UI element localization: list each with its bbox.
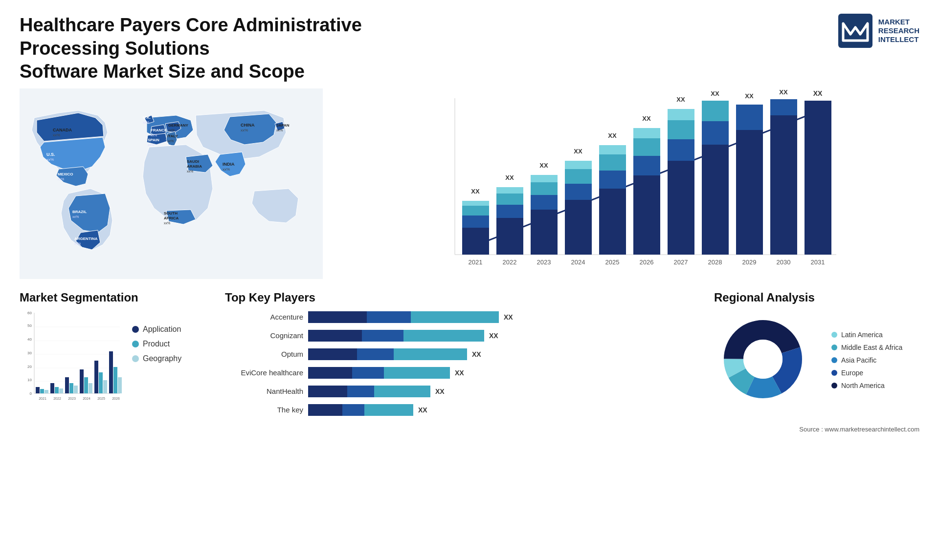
- player-name-nanthealth: NantHealth: [225, 387, 303, 395]
- svg-text:2026: 2026: [640, 258, 654, 266]
- svg-rect-63: [599, 189, 626, 255]
- segmentation-legend: Application Product Geography: [132, 310, 181, 363]
- svg-text:SOUTH: SOUTH: [164, 211, 178, 215]
- svg-rect-127: [94, 361, 98, 393]
- player-row-thekey: The key XX: [225, 403, 704, 417]
- reg-legend-mea: Middle East & Africa: [831, 344, 902, 351]
- svg-text:INDIA: INDIA: [223, 162, 235, 167]
- reg-legend-europe: Europe: [831, 369, 902, 377]
- svg-text:xx%: xx%: [46, 157, 54, 162]
- svg-rect-141: [403, 330, 484, 342]
- regional-section: Regional Analysis: [714, 291, 919, 422]
- svg-text:xx%: xx%: [72, 215, 79, 218]
- svg-text:xx%: xx%: [276, 129, 283, 132]
- svg-rect-124: [84, 377, 88, 393]
- key-players-title: Top Key Players: [225, 291, 704, 304]
- header: Healthcare Payers Core Administrative Pr…: [0, 0, 939, 88]
- svg-text:xx%: xx%: [53, 133, 60, 137]
- svg-rect-149: [384, 367, 450, 379]
- svg-text:2022: 2022: [53, 397, 61, 400]
- svg-text:2021: 2021: [39, 397, 46, 400]
- players-table: Accenture XX Cognizant: [225, 310, 704, 417]
- svg-rect-117: [59, 388, 63, 393]
- svg-rect-71: [633, 138, 660, 156]
- page-title: Healthcare Payers Core Administrative Pr…: [20, 14, 460, 84]
- svg-rect-86: [736, 130, 763, 255]
- player-bar-thekey: XX: [308, 403, 704, 417]
- top-content: CANADA xx% U.S. xx% MEXICO xx% BRAZIL xx…: [0, 88, 939, 281]
- logo: MARKET RESEARCH INTELLECT: [838, 14, 919, 48]
- svg-text:SPAIN: SPAIN: [148, 138, 159, 142]
- svg-text:XX: XX: [574, 148, 582, 155]
- player-row-accenture: Accenture XX: [225, 310, 704, 324]
- svg-text:ITALY: ITALY: [167, 134, 178, 138]
- svg-rect-129: [103, 380, 107, 393]
- svg-rect-139: [308, 330, 362, 342]
- legend-dot-geography: [132, 355, 139, 362]
- svg-rect-125: [89, 383, 92, 393]
- svg-point-165: [743, 340, 782, 379]
- svg-text:FRANCE: FRANCE: [151, 128, 167, 132]
- svg-rect-52: [531, 195, 558, 210]
- svg-text:2027: 2027: [674, 258, 688, 266]
- svg-rect-94: [805, 101, 831, 255]
- svg-text:xx%: xx%: [241, 128, 248, 132]
- svg-rect-112: [40, 389, 44, 393]
- svg-text:XX: XX: [418, 406, 427, 414]
- svg-text:XX: XX: [455, 369, 464, 377]
- svg-rect-42: [462, 201, 489, 206]
- svg-text:XX: XX: [505, 174, 514, 181]
- map-section: CANADA xx% U.S. xx% MEXICO xx% BRAZIL xx…: [20, 88, 333, 281]
- svg-rect-148: [352, 367, 384, 379]
- player-bar-nanthealth: XX: [308, 385, 704, 398]
- growth-bar-chart: XX 2021 XX 2022 XX 2023 XX 2024: [352, 88, 919, 279]
- svg-text:0: 0: [30, 391, 32, 396]
- svg-text:2029: 2029: [742, 258, 757, 266]
- reg-legend-north-america: North America: [831, 382, 902, 389]
- svg-text:MEXICO: MEXICO: [58, 172, 73, 176]
- reg-dot-latin-america: [831, 332, 837, 338]
- svg-rect-90: [770, 115, 797, 255]
- svg-text:40: 40: [27, 337, 32, 342]
- svg-rect-60: [565, 161, 592, 169]
- svg-text:ARABIA: ARABIA: [187, 164, 202, 169]
- regional-legend: Latin America Middle East & Africa Asia …: [831, 331, 902, 389]
- svg-rect-53: [531, 182, 558, 195]
- reg-dot-europe: [831, 370, 837, 376]
- svg-text:XX: XX: [504, 313, 513, 321]
- svg-rect-123: [80, 369, 84, 393]
- segmentation-section: Market Segmentation 0 10 20 30 40 50 60: [20, 291, 205, 422]
- reg-legend-asia-pacific: Asia Pacific: [831, 356, 902, 364]
- segmentation-title: Market Segmentation: [20, 291, 205, 304]
- svg-rect-113: [45, 390, 48, 393]
- svg-text:20: 20: [27, 365, 32, 369]
- svg-text:XX: XX: [489, 332, 498, 340]
- svg-text:xx%: xx%: [164, 221, 170, 225]
- legend-dot-application: [132, 326, 139, 333]
- svg-rect-46: [496, 205, 523, 218]
- svg-text:30: 30: [27, 351, 32, 355]
- svg-rect-54: [531, 175, 558, 182]
- svg-text:60: 60: [27, 311, 32, 315]
- svg-text:U.K.: U.K.: [143, 115, 151, 120]
- player-name-evicore: EviCore healthcare: [225, 368, 303, 377]
- player-row-cognizant: Cognizant XX: [225, 329, 704, 343]
- svg-text:CANADA: CANADA: [53, 128, 72, 132]
- svg-rect-72: [633, 128, 660, 138]
- player-row-optum: Optum XX: [225, 347, 704, 361]
- world-map: CANADA xx% U.S. xx% MEXICO xx% BRAZIL xx…: [20, 88, 323, 279]
- svg-text:XX: XX: [472, 350, 481, 358]
- donut-chart-container: [714, 310, 822, 410]
- svg-text:xx%: xx%: [58, 177, 64, 181]
- svg-rect-155: [308, 404, 342, 416]
- svg-rect-120: [69, 383, 73, 393]
- player-bar-cognizant: XX: [308, 329, 704, 343]
- svg-rect-128: [99, 372, 103, 393]
- svg-rect-64: [599, 171, 626, 189]
- svg-text:BRAZIL: BRAZIL: [72, 210, 87, 214]
- svg-rect-153: [374, 386, 430, 397]
- reg-dot-mea: [831, 345, 837, 350]
- svg-text:XX: XX: [711, 90, 719, 97]
- svg-text:JAPAN: JAPAN: [276, 123, 290, 128]
- svg-rect-147: [308, 367, 352, 379]
